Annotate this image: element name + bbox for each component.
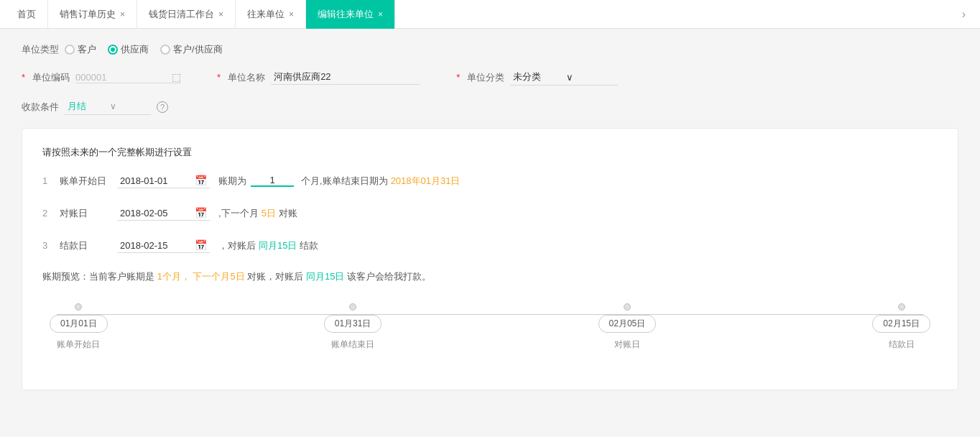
- calendar-icon-3[interactable]: 📅: [195, 239, 207, 251]
- payment-condition-chevron-icon: ∨: [110, 101, 148, 111]
- unit-code-copy-icon[interactable]: ⬚: [172, 71, 181, 83]
- unit-code-input[interactable]: [75, 72, 169, 83]
- unit-classify-chevron-icon: ∨: [566, 72, 615, 83]
- radio-supplier-circle: [108, 45, 118, 55]
- radio-customer[interactable]: 客户: [65, 43, 96, 56]
- row-num-1: 1: [42, 175, 60, 186]
- unit-name-field: * 单位名称: [217, 70, 420, 85]
- calendar-icon-2[interactable]: 📅: [195, 207, 207, 218]
- timeline-dot-3: [624, 303, 631, 310]
- radio-both-circle: [160, 45, 170, 55]
- unit-info-row: * 单位编码 ⬚ * 单位名称 * 单位分类 未分类 ∨: [22, 69, 958, 86]
- payment-condition-row: 收款条件 月结 ∨ ?: [22, 98, 958, 115]
- radio-supplier-label: 供应商: [121, 43, 149, 56]
- reconcile-highlight: 5日: [262, 207, 276, 220]
- payment-condition-value: 月结: [68, 100, 106, 113]
- date-field-2[interactable]: [120, 208, 192, 218]
- timeline-label-4: 结款日: [889, 339, 915, 351]
- payment-condition-field: 收款条件 月结 ∨ ?: [22, 98, 168, 115]
- timeline-dot-1: [75, 303, 82, 310]
- close-sales-history-icon[interactable]: ×: [120, 9, 125, 19]
- settle-suffix: 结款: [300, 239, 318, 252]
- tab-home-label: 首页: [17, 8, 36, 21]
- unit-type-label: 单位类型: [22, 43, 59, 56]
- row-num-2: 2: [42, 208, 60, 218]
- calendar-icon-1[interactable]: 📅: [195, 175, 207, 186]
- tab-sales-history[interactable]: 销售订单历史 ×: [48, 0, 137, 29]
- preview-part4: 同月15日: [306, 271, 344, 282]
- unit-classify-select[interactable]: 未分类 ∨: [510, 69, 618, 86]
- period-input[interactable]: [251, 175, 294, 187]
- radio-customer-circle: [65, 45, 75, 55]
- unit-classify-field: * 单位分类 未分类 ∨: [456, 69, 618, 86]
- close-edit-partner-icon[interactable]: ×: [378, 9, 383, 19]
- tabs-expand-icon[interactable]: ›: [953, 8, 974, 21]
- period-suffix: 个月,账单结束日期为: [301, 175, 388, 188]
- reconcile-suffix: 对账: [279, 207, 297, 220]
- unit-name-required: *: [217, 72, 221, 83]
- preview-part1: 1个月，: [157, 271, 190, 282]
- tab-edit-partner[interactable]: 编辑往来单位 ×: [306, 0, 395, 29]
- card-title: 请按照未来的一个完整帐期进行设置: [42, 146, 938, 159]
- unit-type-field: 单位类型 客户 供应商 客户/供应商: [22, 43, 223, 56]
- reconcile-prefix: ,下一个月: [218, 207, 259, 220]
- row-label-3: 结款日: [60, 239, 117, 252]
- radio-supplier[interactable]: 供应商: [108, 43, 149, 56]
- timeline-tag-1: 01月01日: [50, 315, 108, 333]
- unit-code-label: 单位编码: [32, 71, 70, 84]
- timeline-node-4: 02月15日 结款日: [872, 303, 930, 351]
- setting-row-3: 3 结款日 📅 ，对账后 同月15日 结款: [42, 238, 938, 253]
- date-field-1[interactable]: [120, 175, 192, 186]
- tab-cash-work[interactable]: 钱货日清工作台 ×: [137, 0, 236, 29]
- radio-both[interactable]: 客户/供应商: [160, 43, 223, 56]
- tab-sales-history-label: 销售订单历史: [60, 8, 116, 21]
- settings-card: 请按照未来的一个完整帐期进行设置 1 账单开始日 📅 账期为 个月,账单结束日期…: [22, 128, 958, 390]
- unit-classify-value: 未分类: [513, 70, 562, 83]
- unit-type-row: 单位类型 客户 供应商 客户/供应商: [22, 43, 958, 56]
- close-cash-work-icon[interactable]: ×: [218, 9, 223, 19]
- row-label-1: 账单开始日: [60, 175, 117, 188]
- period-prefix: 账期为: [218, 175, 246, 188]
- main-content: 单位类型 客户 供应商 客户/供应商 * 单位编码: [0, 29, 980, 416]
- preview-part2: 下一个月5日: [193, 271, 244, 282]
- timeline-tag-3: 02月05日: [598, 315, 657, 333]
- unit-name-label: 单位名称: [228, 71, 265, 84]
- radio-both-label: 客户/供应商: [173, 43, 223, 56]
- unit-classify-label: 单位分类: [467, 71, 504, 84]
- timeline-container: 01月01日 账单开始日 01月31日 账单结束日 02月05日 对账日: [42, 303, 938, 372]
- help-icon[interactable]: ?: [157, 101, 168, 113]
- timeline-node-3: 02月05日 对账日: [598, 303, 657, 351]
- timeline-label-3: 对账日: [614, 339, 640, 351]
- payment-condition-label: 收款条件: [22, 101, 59, 114]
- date-input-3: 📅: [117, 238, 210, 253]
- tab-home[interactable]: 首页: [6, 0, 48, 29]
- tab-partner-unit-label: 往来单位: [247, 8, 285, 21]
- tabs-bar: 首页 销售订单历史 × 钱货日清工作台 × 往来单位 × 编辑往来单位 × ›: [0, 0, 980, 29]
- preview-part5: 该客户会给我打款。: [347, 271, 431, 282]
- tab-edit-partner-label: 编辑往来单位: [318, 8, 374, 21]
- timeline-tag-4: 02月15日: [872, 315, 930, 333]
- timeline-node-1: 01月01日 账单开始日: [50, 303, 108, 351]
- preview-part3: 对账，对账后: [247, 271, 303, 282]
- preview-label: 账期预览：当前客户账期是: [42, 271, 154, 282]
- timeline-label-2: 账单结束日: [331, 339, 374, 351]
- settle-prefix: ，对账后: [218, 239, 256, 252]
- tab-partner-unit[interactable]: 往来单位 ×: [236, 0, 306, 29]
- period-end-date: 2018年01月31日: [391, 175, 461, 188]
- setting-row-2: 2 对账日 📅 ,下一个月 5日 对账: [42, 206, 938, 221]
- timeline-dot-4: [898, 303, 905, 310]
- close-partner-unit-icon[interactable]: ×: [289, 9, 294, 19]
- unit-classify-required: *: [456, 72, 460, 83]
- timeline-node-2: 01月31日 账单结束日: [324, 303, 382, 351]
- payment-condition-select[interactable]: 月结 ∨: [65, 98, 151, 115]
- date-input-2: 📅: [117, 206, 210, 221]
- row-num-3: 3: [42, 240, 60, 251]
- unit-code-input-wrap: ⬚: [75, 71, 181, 83]
- timeline: 01月01日 账单开始日 01月31日 账单结束日 02月05日 对账日: [50, 303, 930, 351]
- unit-name-input[interactable]: [274, 72, 417, 83]
- tab-cash-work-label: 钱货日清工作台: [149, 8, 214, 21]
- radio-group: 客户 供应商 客户/供应商: [65, 43, 223, 56]
- timeline-tag-2: 01月31日: [324, 315, 382, 333]
- date-field-3[interactable]: [120, 240, 192, 251]
- date-input-1: 📅: [117, 173, 210, 188]
